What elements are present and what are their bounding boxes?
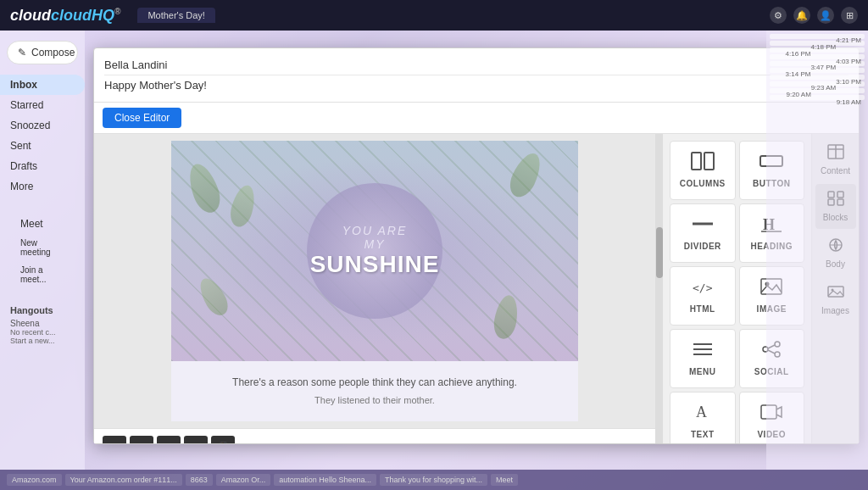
divider-icon — [691, 214, 715, 237]
new-meeting-button[interactable]: New meeting — [10, 234, 75, 261]
desktop-button[interactable]: 🖥 — [184, 436, 208, 444]
block-columns[interactable]: COLUMNS — [670, 141, 736, 200]
topbar-right: ⚙ 🔔 👤 ⊞ — [770, 7, 858, 24]
compose-button[interactable]: ✎ Compose — [7, 41, 78, 64]
svg-rect-0 — [692, 153, 701, 170]
hangouts-contact[interactable]: Sheena — [10, 319, 75, 328]
taskbar-item-6[interactable]: Thank you for shopping wit... — [380, 474, 487, 486]
meet-text: Meet — [20, 218, 43, 230]
email-list-item[interactable]: 4:03 PM — [770, 54, 865, 59]
close-editor-label: Close Editor — [114, 112, 170, 124]
meet-section: Meet New meeting Join a meet... — [0, 210, 85, 292]
taskbar-label-6: Thank you for shopping wit... — [385, 476, 482, 484]
app-logo: cloudcloudHQ® — [10, 7, 120, 25]
settings-icon[interactable]: ⚙ — [770, 7, 787, 24]
gmail-sidebar: ✎ Compose Inbox Starred Snoozed Sent Dra… — [0, 31, 85, 470]
compose-label: Compose — [31, 47, 75, 58]
mobile-button[interactable]: 📱 — [211, 436, 235, 444]
emails-list: 4:21 PM 4:18 PM 4:16 PM 4:03 PM 3:47 PM … — [766, 31, 868, 470]
apps-icon[interactable]: ⊞ — [841, 7, 858, 24]
compose-icon: ✎ — [18, 47, 26, 58]
email-time-7: 3:10 PM — [836, 78, 861, 86]
email-time-4: 4:03 PM — [836, 58, 861, 65]
topbar: cloudcloudHQ® Mother's Day! ⚙ 🔔 👤 ⊞ — [0, 0, 868, 31]
join-meeting-button[interactable]: Join a meet... — [10, 261, 75, 288]
undo-button[interactable]: ↩ — [103, 436, 126, 444]
editor-to-field: Bella Landini — [104, 55, 849, 75]
taskbar-label-3: 8663 — [191, 476, 208, 484]
taskbar-item-3[interactable]: 8663 — [186, 474, 213, 486]
sunshine-background: YOU ARE MY SUNSHINE — [171, 141, 578, 361]
block-html[interactable]: </> HTML — [670, 266, 736, 326]
sidebar-item-sent[interactable]: Sent — [0, 136, 85, 156]
sidebar-item-inbox[interactable]: Inbox — [0, 75, 85, 95]
editor-header: Bella Landini Happy Mother's Day! — [94, 48, 859, 103]
taskbar-label-1: Amazon.com — [12, 476, 57, 484]
email-preview: YOU ARE MY SUNSHINE — [171, 141, 578, 421]
logo-trademark: ® — [114, 7, 120, 16]
taskbar-item-5[interactable]: automation Hello Sheena... — [274, 474, 376, 486]
snoozed-label: Snoozed — [10, 120, 50, 131]
email-tab[interactable]: Mother's Day! — [137, 8, 215, 23]
starred-label: Starred — [10, 99, 43, 111]
taskbar-item-2[interactable]: Your Amazon.com order #111... — [65, 474, 182, 486]
hangouts-heading: Hangouts — [10, 305, 75, 315]
email-body-text1: There's a reason some people think they … — [188, 375, 561, 390]
taskbar-item-1[interactable]: Amazon.com — [7, 474, 62, 486]
tab-title: Mother's Day! — [147, 10, 205, 20]
bell-icon[interactable]: 🔔 — [793, 7, 810, 24]
block-text[interactable]: A TEXT — [670, 392, 736, 443]
email-list-item[interactable]: 9:18 AM — [770, 95, 865, 100]
taskbar-label-7: Meet — [496, 476, 513, 484]
more-label: More — [10, 181, 33, 192]
main-area: Bella Landini Happy Mother's Day! Close … — [85, 31, 868, 470]
email-time-2: 4:18 PM — [810, 43, 836, 51]
editor-subject-field: Happy Mother's Day! — [104, 75, 849, 95]
html-label: HTML — [690, 304, 715, 314]
email-time-10: 9:18 AM — [837, 98, 861, 106]
email-time-3: 4:16 PM — [786, 50, 811, 58]
text-icon: A — [691, 403, 715, 425]
preview-button[interactable]: 👁 — [157, 436, 181, 444]
taskbar: Amazon.com Your Amazon.com order #111...… — [0, 470, 868, 490]
html-icon: </> — [691, 277, 715, 299]
sidebar-item-drafts[interactable]: Drafts — [0, 156, 85, 176]
text-label: TEXT — [691, 430, 715, 439]
close-editor-button[interactable]: Close Editor — [103, 108, 181, 128]
to-value: Bella Landini — [104, 58, 167, 71]
menu-label: MENU — [689, 367, 715, 376]
email-bottom-toolbar: ↩ ↪ 👁 🖥 📱 — [94, 428, 655, 444]
sidebar-item-more[interactable]: More — [0, 176, 85, 197]
sidebar-item-starred[interactable]: Starred — [0, 95, 85, 115]
block-menu[interactable]: MENU — [670, 329, 736, 388]
body-text2: They listened to their mother. — [314, 395, 435, 405]
redo-button[interactable]: ↪ — [130, 436, 153, 444]
svg-text:</>: </> — [693, 281, 713, 294]
hangouts-name: Sheena — [10, 319, 39, 328]
scrollbar-thumb — [656, 227, 663, 278]
columns-label: COLUMNS — [680, 179, 726, 188]
taskbar-item-4[interactable]: Amazon Or... — [216, 474, 271, 486]
hangouts-label: Hangouts — [10, 305, 53, 315]
panel-scrollbar[interactable] — [656, 134, 663, 443]
hangouts-section: Hangouts Sheena No recent c... Start a n… — [0, 302, 85, 348]
email-time-1: 4:21 PM — [836, 36, 861, 44]
new-meeting-text: New meeting — [20, 238, 51, 257]
email-time-8: 9:23 AM — [811, 84, 836, 92]
taskbar-item-7[interactable]: Meet — [491, 474, 518, 486]
menu-icon — [691, 340, 715, 362]
email-time-6: 3:14 PM — [786, 70, 811, 78]
join-text: Join a meet... — [20, 265, 47, 284]
editor-body: YOU ARE MY SUNSHINE — [94, 134, 859, 443]
email-editor: Bella Landini Happy Mother's Day! Close … — [93, 47, 860, 444]
email-body-text2: They listened to their mother. — [188, 393, 561, 408]
sidebar-item-snoozed[interactable]: Snoozed — [0, 115, 85, 136]
email-list-item[interactable]: 3:10 PM — [770, 75, 865, 80]
email-list-item[interactable]: 4:21 PM — [770, 34, 865, 39]
editor-toolbar: Close Editor — [94, 103, 859, 134]
email-text-body: There's a reason some people think they … — [171, 361, 578, 421]
avatar-icon[interactable]: 👤 — [817, 7, 834, 24]
no-recent-label: No recent c... — [10, 328, 75, 337]
svg-rect-1 — [704, 153, 714, 170]
block-divider[interactable]: DIVIDER — [670, 203, 736, 263]
